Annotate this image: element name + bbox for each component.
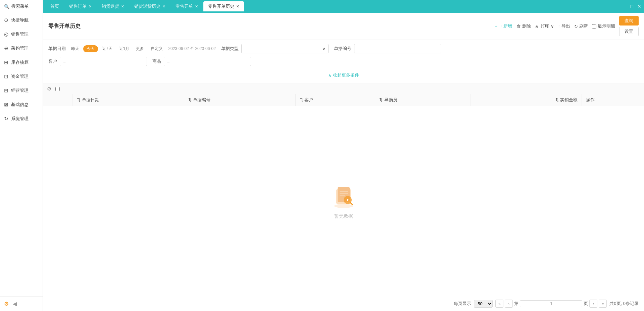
collapse-arrow-icon: ∧ <box>328 73 332 78</box>
th-actual-amount[interactable]: ⇅ 实销金额 <box>470 94 582 106</box>
th-date[interactable]: ⇅ 单据日期 <box>73 94 184 106</box>
close-icon[interactable]: ✕ <box>236 4 239 9</box>
delete-button[interactable]: 🗑 删除 <box>516 23 531 29</box>
display-detail-input[interactable] <box>592 24 596 29</box>
print-button[interactable]: 🖨 打印 ∨ <box>535 23 554 29</box>
table-settings-icon[interactable]: ⚙ <box>47 86 51 92</box>
filter-row-1: 单据日期 昨天 今天 近7天 近1月 更多 自定义 2023-06-02 至 2… <box>48 44 639 53</box>
sort-icon: ⇅ <box>555 97 559 102</box>
export-button[interactable]: ↑ 导出 <box>558 23 571 29</box>
system-icon: ↻ <box>4 116 8 122</box>
delete-label: 删除 <box>522 23 531 29</box>
collapse-row: ∧ 收起更多条件 <box>48 69 639 81</box>
sidebar-item-sales-mgmt[interactable]: ◎ 销售管理 <box>0 27 43 41</box>
more-date-btn[interactable]: 更多 <box>133 45 147 52</box>
collapse-label: 收起更多条件 <box>333 72 359 78</box>
date-filter-label: 单据日期 <box>48 46 66 52</box>
table-select-all-checkbox[interactable] <box>55 87 60 91</box>
tab-sales-return[interactable]: 销货退货 ✕ <box>97 1 129 11</box>
sidebar-item-basic-info[interactable]: ⊠ 基础信息 <box>0 98 43 112</box>
sort-icon: ⇅ <box>188 97 192 102</box>
th-guide[interactable]: ⇅ 导购员 <box>375 94 471 106</box>
inventory-icon: ⊞ <box>4 59 8 65</box>
settings-button[interactable]: 设置 <box>619 27 639 36</box>
type-filter-label: 单据类型 <box>221 46 239 52</box>
sidebar-item-finance[interactable]: ⊡ 资金管理 <box>0 69 43 84</box>
display-detail-checkbox[interactable]: 显示明细 <box>592 23 615 29</box>
custom-date-btn[interactable]: 自定义 <box>148 45 165 52</box>
tab-retail-open[interactable]: 零售开单 ✕ <box>171 1 203 11</box>
customer-filter-label: 客户 <box>48 58 57 64</box>
per-page-select[interactable]: 50 100 200 <box>474 300 493 308</box>
window-close-btn[interactable]: ✕ <box>637 4 641 9</box>
th-customer[interactable]: ⇅ 客户 <box>295 94 375 106</box>
th-operation: 操作 <box>582 94 644 106</box>
tab-sales-return-history[interactable]: 销货退货历史 ✕ <box>130 1 170 11</box>
sidebar-item-system[interactable]: ↻ 系统管理 <box>0 112 43 126</box>
sidebar-bottom: ⚙ ◀ <box>0 296 43 311</box>
main-area: 首页 销售订单 ✕ 销货退货 ✕ 销货退货历史 ✕ 零售开单 ✕ 零售开单历史 … <box>43 0 644 311</box>
filter-group-customer: 客户 ... <box>48 57 147 66</box>
page-number-input[interactable] <box>520 300 582 307</box>
page-label: 第 <box>514 301 518 307</box>
refresh-button[interactable]: ↻ 刷新 <box>574 23 588 29</box>
close-icon[interactable]: ✕ <box>195 4 198 9</box>
sidebar-item-label: 快捷导航 <box>11 17 29 23</box>
refresh-label: 刷新 <box>579 23 588 29</box>
filter-row-2: 客户 ... 商品 ... <box>48 57 639 66</box>
toolbar: ＋ + 新增 🗑 删除 🖨 打印 ∨ ↑ 导出 ↻ <box>494 16 639 36</box>
page-title: 零售开单历史 <box>48 23 81 30</box>
prev-page-btn[interactable]: ‹ <box>505 300 513 308</box>
query-button[interactable]: 查询 <box>619 16 639 25</box>
first-page-btn[interactable]: « <box>495 300 503 308</box>
sort-icon: ⇅ <box>379 97 383 102</box>
page-nav: « ‹ 第 页 › » <box>495 300 607 308</box>
filter-group-type: 单据类型 ∨ <box>221 44 329 53</box>
sidebar-item-label: 库存核算 <box>11 59 29 65</box>
sidebar-item-inventory[interactable]: ⊞ 库存核算 <box>0 55 43 69</box>
close-icon[interactable]: ✕ <box>162 4 165 9</box>
last7days-btn[interactable]: 近7天 <box>99 45 115 52</box>
sidebar-search[interactable]: 🔍 搜索采单 <box>0 0 43 13</box>
sort-icon: ⇅ <box>300 97 303 102</box>
add-button[interactable]: ＋ + 新增 <box>494 23 512 29</box>
gear-icon[interactable]: ⚙ <box>4 301 9 307</box>
tab-retail-open-label: 零售开单 <box>176 3 193 9</box>
empty-state: 暂无数据 <box>43 106 644 296</box>
docnum-filter-input[interactable] <box>354 44 441 53</box>
today-btn[interactable]: 今天 <box>83 45 98 52</box>
tab-home[interactable]: 首页 <box>46 1 64 11</box>
operations-icon: ⊟ <box>4 88 8 94</box>
customer-filter-input[interactable]: ... <box>60 57 147 66</box>
tab-sales-order[interactable]: 销售订单 ✕ <box>64 1 96 11</box>
collapse-more-btn[interactable]: ∧ 收起更多条件 <box>328 71 359 80</box>
display-detail-label: 显示明细 <box>598 23 615 29</box>
sales-mgmt-icon: ◎ <box>4 31 8 37</box>
th-docnum[interactable]: ⇅ 单据编号 <box>184 94 295 106</box>
print-arrow-icon: ∨ <box>551 24 554 29</box>
export-icon: ↑ <box>558 24 560 29</box>
sidebar-item-quick-nav[interactable]: ⊙ 快捷导航 <box>0 13 43 27</box>
total-info: 共0页, 0条记录 <box>609 301 639 307</box>
type-filter-select[interactable]: ∨ <box>241 44 329 53</box>
tab-retail-open-history[interactable]: 零售开单历史 ✕ <box>203 1 244 11</box>
next-page-btn[interactable]: › <box>589 300 597 308</box>
filter-group-goods: 商品 ... <box>152 57 251 66</box>
quick-nav-icon: ⊙ <box>4 17 8 23</box>
tab-sales-order-label: 销售订单 <box>69 3 87 9</box>
goods-filter-input[interactable]: ... <box>164 57 251 66</box>
sidebar-collapse-icon[interactable]: ◀ <box>13 301 17 307</box>
last1month-btn[interactable]: 近1月 <box>116 45 132 52</box>
window-minimize-btn[interactable]: — <box>622 4 627 9</box>
close-icon[interactable]: ✕ <box>89 4 92 9</box>
sidebar-item-label: 系统管理 <box>11 116 29 122</box>
date-range-display: 2023-06-02 至 2023-06-02 <box>168 46 215 52</box>
sidebar-item-operations[interactable]: ⊟ 经营管理 <box>0 84 43 98</box>
basic-info-icon: ⊠ <box>4 102 8 108</box>
window-maximize-btn[interactable]: □ <box>631 4 633 9</box>
goods-filter-label: 商品 <box>152 58 161 64</box>
yesterday-btn[interactable]: 昨天 <box>68 45 82 52</box>
last-page-btn[interactable]: » <box>599 300 607 308</box>
sidebar-item-purchase-mgmt[interactable]: ⊕ 采购管理 <box>0 41 43 55</box>
close-icon[interactable]: ✕ <box>121 4 124 9</box>
